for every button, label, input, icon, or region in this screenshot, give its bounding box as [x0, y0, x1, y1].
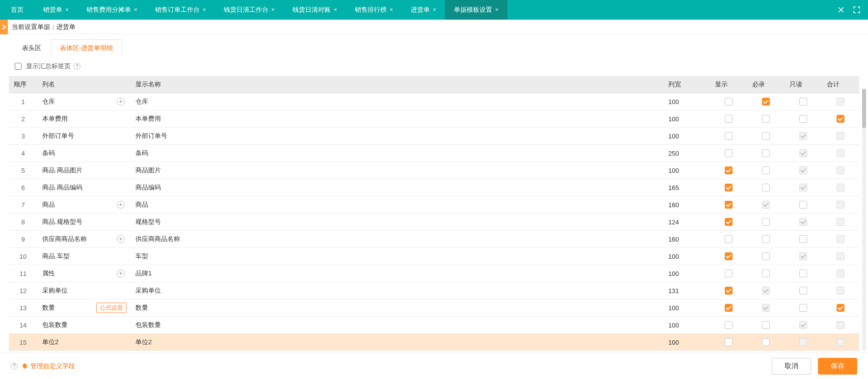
add-icon[interactable]: +	[117, 235, 125, 243]
cell-display[interactable]: 商品图片	[131, 162, 663, 179]
required-checkbox[interactable]	[762, 218, 770, 226]
table-row[interactable]: 2本单费用本单费用100	[9, 110, 859, 128]
required-checkbox[interactable]	[762, 149, 770, 157]
cell-width[interactable]: 250	[663, 145, 710, 162]
table-row[interactable]: 9供应商商品名称+供应商商品名称160	[9, 231, 859, 248]
table-row[interactable]: 5商品.商品图片商品图片100	[9, 162, 859, 179]
cell-width[interactable]: 131	[663, 282, 710, 299]
cell-display[interactable]: 仓库	[131, 93, 663, 110]
total-checkbox[interactable]	[837, 304, 844, 312]
show-checkbox[interactable]	[725, 304, 733, 312]
scrollbar-thumb[interactable]	[862, 89, 866, 128]
total-checkbox[interactable]	[837, 115, 844, 123]
required-checkbox[interactable]	[762, 184, 770, 191]
cell-width[interactable]: 160	[663, 231, 710, 248]
cell-display[interactable]: 商品	[131, 196, 663, 214]
tab-close-icon[interactable]: ×	[334, 6, 337, 13]
cell-width[interactable]: 100	[663, 299, 710, 317]
table-row[interactable]: 10商品.车型车型100	[9, 248, 859, 265]
cell-display[interactable]: 品牌1	[131, 265, 663, 282]
tab-close-icon[interactable]: ×	[134, 6, 137, 13]
sub-tab[interactable]: 表体区-进货单明细	[51, 39, 122, 56]
show-checkbox[interactable]	[725, 287, 733, 295]
cell-width[interactable]: 100	[663, 248, 710, 265]
required-checkbox[interactable]	[762, 252, 770, 260]
formula-button[interactable]: 公式设置	[96, 303, 127, 313]
sub-tab[interactable]: 表头区	[13, 39, 51, 56]
tab-close-icon[interactable]: ×	[433, 6, 436, 13]
readonly-checkbox[interactable]	[799, 98, 807, 106]
table-row[interactable]: 4条码条码250	[9, 145, 859, 162]
table-row[interactable]: 15单位2单位2100	[9, 334, 859, 351]
show-checkbox[interactable]	[725, 321, 733, 329]
cell-display[interactable]: 采购单位	[131, 282, 663, 299]
required-checkbox[interactable]	[762, 270, 770, 277]
table-row[interactable]: 6商品.商品编码商品编码165	[9, 179, 859, 196]
top-tab[interactable]: 销售费用分摊单×	[78, 0, 146, 20]
show-checkbox[interactable]	[725, 252, 733, 260]
cell-display[interactable]: 单位2	[131, 334, 663, 351]
cell-display[interactable]: 本单费用	[131, 110, 663, 128]
show-checkbox[interactable]	[725, 115, 733, 123]
show-checkbox[interactable]	[725, 201, 733, 209]
cell-display[interactable]: 包装数量	[131, 317, 663, 334]
footer-help-icon[interactable]: ?	[11, 363, 18, 370]
tab-close-icon[interactable]: ×	[203, 6, 206, 13]
tab-close-icon[interactable]: ×	[271, 6, 275, 13]
table-row[interactable]: 13数量公式设置数量100	[9, 299, 859, 317]
show-checkbox[interactable]	[725, 218, 733, 226]
cancel-button[interactable]: 取消	[772, 358, 811, 375]
cell-width[interactable]: 100	[663, 317, 710, 334]
save-button[interactable]: 保存	[818, 358, 857, 375]
gear-icon[interactable]	[21, 363, 27, 370]
top-tab[interactable]: 钱货日清对账×	[284, 0, 346, 20]
table-row[interactable]: 11属性+品牌1100	[9, 265, 859, 282]
top-tab[interactable]: 销售排行榜×	[346, 0, 402, 20]
add-icon[interactable]: +	[117, 201, 125, 209]
required-checkbox[interactable]	[762, 132, 770, 140]
scrollbar-track[interactable]	[862, 89, 866, 351]
add-icon[interactable]: +	[117, 270, 125, 277]
required-checkbox[interactable]	[762, 115, 770, 123]
required-checkbox[interactable]	[762, 321, 770, 329]
cell-width[interactable]: 165	[663, 179, 710, 196]
show-checkbox[interactable]	[725, 235, 733, 243]
show-checkbox[interactable]	[725, 98, 733, 106]
expand-handle-icon[interactable]	[0, 20, 8, 34]
table-row[interactable]: 14包装数量包装数量100	[9, 317, 859, 334]
readonly-checkbox[interactable]	[799, 287, 807, 295]
readonly-checkbox[interactable]	[799, 270, 807, 277]
cell-width[interactable]: 100	[663, 162, 710, 179]
table-row[interactable]: 8商品.规格型号规格型号124	[9, 214, 859, 231]
cell-display[interactable]: 规格型号	[131, 214, 663, 231]
cell-display[interactable]: 供应商商品名称	[131, 231, 663, 248]
required-checkbox[interactable]	[762, 166, 770, 174]
manage-custom-fields-link[interactable]: 管理自定义字段	[30, 362, 75, 371]
cell-display[interactable]: 数量	[131, 299, 663, 317]
readonly-checkbox[interactable]	[799, 201, 807, 209]
show-checkbox[interactable]	[725, 149, 733, 157]
show-checkbox[interactable]	[725, 184, 733, 191]
cell-display[interactable]: 条码	[131, 145, 663, 162]
cell-display[interactable]: 车型	[131, 248, 663, 265]
readonly-checkbox[interactable]	[799, 304, 807, 312]
table-row[interactable]: 3外部订单号外部订单号100	[9, 128, 859, 145]
cell-width[interactable]: 100	[663, 334, 710, 351]
required-checkbox[interactable]	[762, 98, 770, 106]
show-checkbox[interactable]	[725, 132, 733, 140]
readonly-checkbox[interactable]	[799, 235, 807, 243]
top-tab[interactable]: 进货单×	[402, 0, 445, 20]
cell-width[interactable]: 100	[663, 265, 710, 282]
required-checkbox[interactable]	[762, 338, 770, 346]
cell-width[interactable]: 160	[663, 196, 710, 214]
help-icon[interactable]: ?	[74, 63, 80, 70]
tab-close-icon[interactable]: ×	[390, 6, 393, 13]
top-tab[interactable]: 单据模板设置×	[445, 0, 507, 20]
tab-close-icon[interactable]: ×	[65, 6, 69, 13]
cell-width[interactable]: 100	[663, 93, 710, 110]
close-all-icon[interactable]	[837, 5, 845, 14]
cell-display[interactable]: 商品编码	[131, 179, 663, 196]
show-summary-checkbox[interactable]	[15, 63, 22, 70]
fullscreen-icon[interactable]	[852, 5, 861, 14]
top-tab[interactable]: 钱货日清工作台×	[215, 0, 284, 20]
